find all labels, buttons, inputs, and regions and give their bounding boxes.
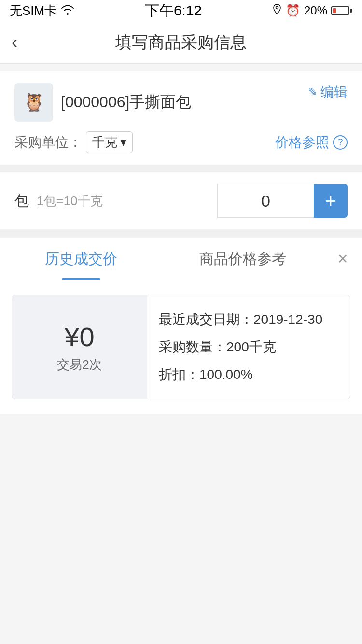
- help-icon: ?: [333, 135, 348, 150]
- price-reference-button[interactable]: 价格参照 ?: [275, 133, 348, 152]
- svg-point-0: [276, 7, 278, 9]
- product-name: [0000006]手撕面包: [61, 92, 191, 113]
- purchase-qty-value: 200千克: [226, 339, 276, 354]
- carrier-text: 无SIM卡: [10, 2, 57, 19]
- tab-history-label: 历史成交价: [45, 249, 117, 269]
- tab-product-reference[interactable]: 商品价格参考: [162, 238, 323, 280]
- purchase-unit-label: 采购单位：: [14, 133, 82, 152]
- unit-label: 采购单位： 千克 ▾: [14, 131, 133, 153]
- product-image: 🦉: [14, 83, 53, 122]
- quantity-input[interactable]: [217, 184, 314, 218]
- purchase-qty-row: 采购数量：200千克: [159, 337, 338, 356]
- tab-underline: [62, 278, 100, 280]
- separator-2: [0, 230, 362, 238]
- unit-select-dropdown[interactable]: 千克 ▾: [86, 131, 133, 153]
- price-ref-label: 价格参照: [275, 133, 329, 152]
- purchase-qty-label: 采购数量：: [159, 339, 226, 354]
- tab-history-price[interactable]: 历史成交价: [0, 238, 162, 280]
- bottom-space: [0, 414, 362, 644]
- edit-label: 编辑: [320, 83, 348, 101]
- discount-label: 折扣：: [159, 367, 199, 382]
- discount-value: 100.00%: [199, 367, 253, 382]
- quantity-plus-button[interactable]: +: [314, 184, 348, 218]
- price-card-left: ¥0 交易2次: [12, 295, 147, 399]
- status-bar: 无SIM卡 下午6:12 ⏰ 20%: [0, 0, 362, 21]
- close-icon: ×: [337, 249, 348, 269]
- quantity-right: +: [217, 184, 348, 218]
- price-amount: ¥0: [64, 321, 94, 352]
- location-icon: [272, 4, 282, 17]
- product-unit-row: 采购单位： 千克 ▾ 价格参照 ?: [14, 131, 348, 153]
- nav-bar: ‹ 填写商品采购信息: [0, 21, 362, 64]
- unit-value: 千克: [92, 134, 117, 151]
- tab-close-button[interactable]: ×: [323, 238, 362, 280]
- edit-icon: ✎: [308, 85, 318, 99]
- unit-badge: 包: [14, 191, 29, 211]
- status-time: 下午6:12: [145, 1, 202, 21]
- unit-conversion-hint: 1包=10千克: [37, 193, 103, 210]
- product-left: 🦉 [0000006]手撕面包: [14, 83, 191, 122]
- tab-reference-label: 商品价格参考: [199, 249, 286, 269]
- product-header: 🦉 [0000006]手撕面包 ✎ 编辑: [14, 83, 348, 122]
- product-card: 🦉 [0000006]手撕面包 ✎ 编辑 采购单位： 千克 ▾ 价格参照 ?: [0, 71, 362, 165]
- tab-panel: 历史成交价 商品价格参考 × ¥0 交易2次 最近成交日期：2019-12-30…: [0, 238, 362, 414]
- wifi-icon: [61, 3, 74, 18]
- price-card-right: 最近成交日期：2019-12-30 采购数量：200千克 折扣：100.00%: [147, 295, 350, 399]
- last-date-value: 2019-12-30: [253, 312, 322, 327]
- back-button[interactable]: ‹: [12, 32, 17, 53]
- price-card: ¥0 交易2次 最近成交日期：2019-12-30 采购数量：200千克 折扣：…: [12, 295, 350, 399]
- status-left: 无SIM卡: [10, 2, 74, 19]
- discount-row: 折扣：100.00%: [159, 365, 338, 384]
- page-title: 填写商品采购信息: [115, 31, 247, 54]
- tab-header: 历史成交价 商品价格参考 ×: [0, 238, 362, 280]
- last-date-label: 最近成交日期：: [159, 312, 253, 327]
- battery-icon: [331, 6, 352, 15]
- tab-content: ¥0 交易2次 最近成交日期：2019-12-30 采购数量：200千克 折扣：…: [0, 280, 362, 414]
- separator-1: [0, 165, 362, 172]
- chevron-down-icon: ▾: [120, 135, 126, 150]
- alarm-icon: ⏰: [286, 4, 300, 17]
- price-trades: 交易2次: [57, 356, 101, 373]
- status-right: ⏰ 20%: [272, 4, 352, 17]
- last-date-row: 最近成交日期：2019-12-30: [159, 310, 338, 329]
- quantity-row: 包 1包=10千克 +: [0, 172, 362, 230]
- battery-percent: 20%: [304, 4, 327, 17]
- quantity-left: 包 1包=10千克: [14, 191, 103, 211]
- edit-button[interactable]: ✎ 编辑: [308, 83, 348, 101]
- product-thumbnail-icon: 🦉: [23, 92, 45, 112]
